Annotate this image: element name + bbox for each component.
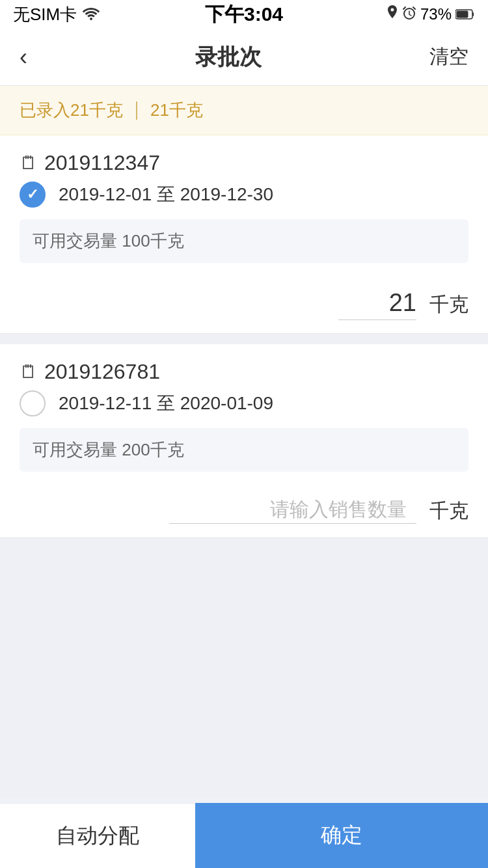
status-bar: 无SIM卡 下午3:04 73% [0, 0, 488, 29]
input-row-2[interactable]: 千克 [0, 485, 488, 538]
back-button[interactable]: ‹ [20, 44, 27, 71]
recorded-label: 已录入21千克 [20, 99, 123, 122]
location-icon [386, 5, 398, 23]
batch-date-row-2[interactable]: 2019-12-11 至 2020-01-09 [0, 390, 488, 423]
status-left: 无SIM卡 [13, 3, 100, 26]
batch-item-2: 🗒 2019126781 2019-12-11 至 2020-01-09 可用交… [0, 344, 488, 538]
quantity-row-1: 21 千克 [0, 276, 488, 334]
radio-selected-1[interactable] [20, 182, 46, 208]
quantity-display-1: 21 [338, 289, 416, 320]
batch-date-1: 2019-12-01 至 2019-12-30 [59, 182, 273, 207]
wifi-icon [82, 5, 100, 25]
quantity-unit-1: 千克 [429, 292, 468, 318]
batch-header-2: 🗒 2019126781 [0, 344, 488, 390]
item-separator [0, 334, 488, 344]
status-time: 下午3:04 [205, 1, 283, 28]
batch-header-1: 🗒 2019112347 [0, 135, 488, 182]
radio-unselected-2[interactable] [20, 390, 46, 416]
status-right: 73% [386, 5, 475, 23]
batch-doc-icon-1: 🗒 [20, 152, 38, 174]
batch-date-2: 2019-12-11 至 2020-01-09 [59, 391, 273, 416]
empty-area [0, 538, 488, 798]
auto-distribute-button[interactable]: 自动分配 [0, 803, 195, 868]
input-unit-2: 千克 [429, 498, 468, 524]
alarm-icon [402, 5, 416, 23]
info-banner: 已录入21千克 21千克 [0, 86, 488, 135]
svg-rect-2 [457, 11, 468, 18]
batch-date-row-1[interactable]: 2019-12-01 至 2019-12-30 [0, 182, 488, 214]
batch-id-2: 2019126781 [44, 360, 160, 384]
batch-item-1: 🗒 2019112347 2019-12-01 至 2019-12-30 可用交… [0, 135, 488, 334]
batch-avail-1: 可用交易量 100千克 [20, 219, 468, 263]
batch-doc-icon-2: 🗒 [20, 361, 38, 383]
carrier-label: 无SIM卡 [13, 3, 77, 26]
clear-button[interactable]: 清空 [429, 44, 468, 70]
nav-bar: ‹ 录批次 清空 [0, 29, 488, 86]
page-title: 录批次 [195, 42, 262, 72]
battery-icon [455, 5, 475, 23]
bottom-bar: 自动分配 确定 [0, 803, 488, 868]
recorded-value: 21千克 [150, 99, 203, 122]
batch-avail-2: 可用交易量 200千克 [20, 428, 468, 472]
battery-percent: 73% [420, 5, 452, 23]
quantity-value-1: 21 [389, 289, 416, 316]
banner-divider [136, 102, 137, 120]
quantity-input-2[interactable] [169, 498, 416, 524]
confirm-button[interactable]: 确定 [195, 803, 488, 868]
batch-id-1: 2019112347 [44, 151, 160, 175]
